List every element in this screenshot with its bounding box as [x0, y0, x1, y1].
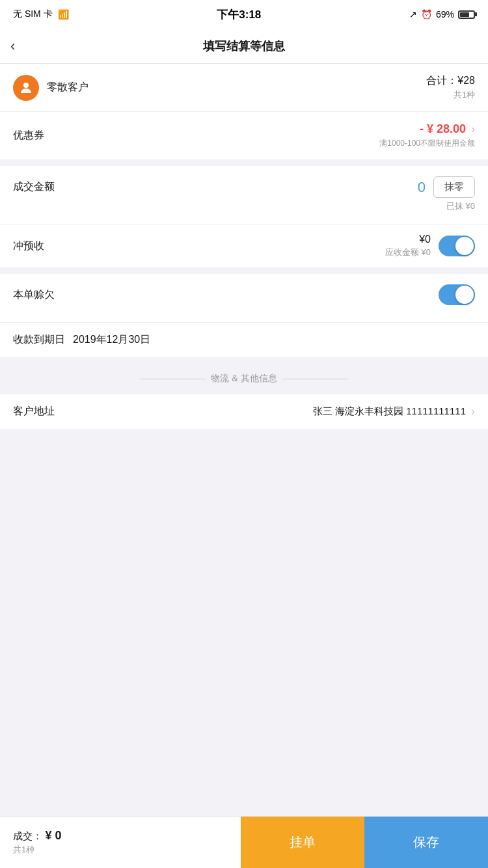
chevron-right-icon: › [471, 122, 475, 136]
coupon-description: 满1000-100不限制使用金额 [379, 138, 475, 149]
prereceive-toggle[interactable] [439, 236, 475, 256]
prereceive-values: ¥0 应收金额 ¥0 [385, 234, 431, 258]
status-left: 无 SIM 卡 📶 [13, 8, 69, 20]
status-right: ↗ ⏰ 69% [409, 9, 475, 20]
avatar [13, 75, 39, 101]
wifi-icon: 📶 [58, 9, 69, 20]
bottom-deal-label: 成交： [13, 830, 42, 841]
hang-button[interactable]: 挂单 [241, 817, 364, 868]
customer-name: 零散客户 [47, 81, 88, 94]
battery-icon [458, 10, 475, 19]
transaction-section: 成交金额 0 抹零 已抹 ¥0 冲预收 ¥0 应收金额 ¥0 [0, 166, 488, 267]
prereceive-label: 冲预收 [13, 239, 44, 253]
transaction-row: 成交金额 0 抹零 [13, 176, 475, 198]
transaction-sub-label: 已抹 ¥0 [13, 200, 475, 212]
logistics-header: 物流 & 其他信息 [0, 364, 488, 394]
back-icon: ‹ [10, 38, 15, 55]
customer-section: 零散客户 合计：¥28 共1种 优惠券 - ¥ 28.00 › 满1000-10… [0, 64, 488, 159]
alarm-icon: ⏰ [421, 9, 432, 20]
round-zero-button[interactable]: 抹零 [433, 176, 475, 198]
bottom-deal-row: 成交： ¥ 0 [13, 829, 228, 843]
save-button[interactable]: 保存 [364, 817, 488, 868]
debt-toggle[interactable] [439, 284, 475, 305]
prereceive-sub-value: 应收金额 ¥0 [385, 247, 431, 258]
bottom-count: 共1种 [13, 844, 228, 856]
address-right: 张三 海淀永丰科技园 11111111111 › [313, 405, 475, 418]
bottom-bar: 成交： ¥ 0 共1种 挂单 保存 [0, 816, 488, 868]
hang-button-label: 挂单 [290, 834, 316, 851]
customer-left: 零散客户 [13, 75, 88, 101]
empty-space [0, 435, 488, 565]
address-value: 张三 海淀永丰科技园 11111111111 [313, 405, 466, 418]
debt-toggle-knob [455, 286, 474, 304]
debt-row: 本单赊欠 [0, 274, 488, 316]
transaction-label: 成交金额 [13, 180, 55, 194]
customer-row: 零散客户 合计：¥28 共1种 [0, 64, 488, 111]
location-icon: ↗ [409, 9, 417, 20]
status-bar: 无 SIM 卡 📶 下午3:18 ↗ ⏰ 69% [0, 0, 488, 29]
address-section: 客户地址 张三 海淀永丰科技园 11111111111 › [0, 394, 488, 429]
coupon-row[interactable]: 优惠券 - ¥ 28.00 › 满1000-100不限制使用金额 [0, 111, 488, 159]
battery-percent: 69% [436, 9, 454, 20]
logistics-title: 物流 & 其他信息 [13, 373, 475, 385]
address-chevron-icon: › [471, 405, 475, 418]
prereceive-row: 冲预收 ¥0 应收金额 ¥0 [0, 224, 488, 267]
transaction-value: 0 [418, 179, 426, 196]
prereceive-right: ¥0 应收金额 ¥0 [385, 234, 475, 258]
transaction-value-col: 0 抹零 [418, 176, 475, 198]
bottom-info: 成交： ¥ 0 共1种 [0, 817, 241, 868]
toggle-knob [455, 237, 474, 255]
prereceive-main-value: ¥0 [385, 234, 431, 245]
due-date-row: 收款到期日 2019年12月30日 [0, 322, 488, 357]
due-date-label: 收款到期日 [13, 333, 65, 347]
due-date-value: 2019年12月30日 [73, 333, 150, 347]
address-row[interactable]: 客户地址 张三 海淀永丰科技园 11111111111 › [0, 394, 488, 429]
coupon-label: 优惠券 [13, 129, 44, 142]
address-label: 客户地址 [13, 405, 55, 418]
item-count: 共1种 [426, 89, 475, 101]
bottom-deal-amount: ¥ 0 [45, 829, 61, 842]
coupon-value: - ¥ 28.00 [420, 122, 466, 136]
sim-label: 无 SIM 卡 [13, 8, 53, 20]
nav-bar: ‹ 填写结算等信息 [0, 29, 488, 64]
debt-label: 本单赊欠 [13, 288, 55, 302]
total-amount: 合计：¥28 [426, 74, 475, 88]
back-button[interactable]: ‹ [10, 38, 15, 55]
page-title: 填写结算等信息 [203, 38, 285, 54]
status-time: 下午3:18 [217, 7, 261, 22]
coupon-right: - ¥ 28.00 › 满1000-100不限制使用金额 [379, 122, 475, 149]
save-button-label: 保存 [413, 834, 439, 851]
debt-section: 本单赊欠 收款到期日 2019年12月30日 [0, 274, 488, 357]
svg-point-0 [23, 83, 29, 88]
customer-right: 合计：¥28 共1种 [426, 74, 475, 101]
